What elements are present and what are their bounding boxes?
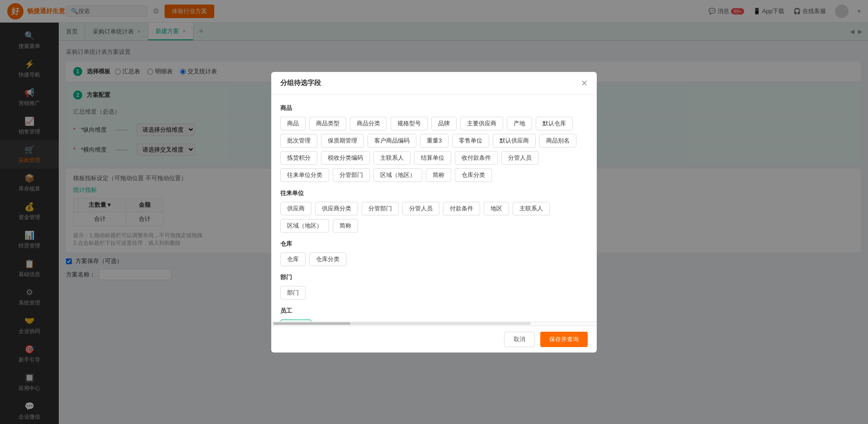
section-title-dept: 部门 [280, 273, 588, 281]
field-chip-manager[interactable]: 分管人员 [501, 151, 538, 165]
section-title-partner: 往来单位 [280, 189, 588, 197]
field-chip-warehouse-cat[interactable]: 仓库分类 [309, 252, 346, 266]
modal-scrollbar[interactable] [271, 321, 597, 325]
field-chip-default-warehouse[interactable]: 默认仓库 [536, 117, 573, 130]
field-chip-dept-mgmt2[interactable]: 分管部门 [362, 202, 399, 215]
confirm-button[interactable]: 保存并查询 [540, 332, 588, 347]
field-chip-payment-terms[interactable]: 收付款条件 [455, 151, 498, 165]
field-chip-goods-alias[interactable]: 商品别名 [539, 134, 576, 148]
field-chip-default-supplier[interactable]: 默认供应商 [493, 134, 536, 148]
field-chip-region2[interactable]: 区域（地区） [280, 219, 329, 233]
field-chip-weight[interactable]: 重量3 [420, 134, 448, 148]
section-title-warehouse: 仓库 [280, 240, 588, 248]
field-chip-spec-model[interactable]: 规格型号 [391, 117, 428, 130]
field-chip-short-name[interactable]: 简称 [426, 168, 451, 182]
modal-header: 分组待选字段 ✕ [271, 72, 597, 95]
field-chip-supplier-category[interactable]: 供应商分类 [315, 202, 358, 215]
field-chip-settlement-unit[interactable]: 结算单位 [414, 151, 451, 165]
cancel-button[interactable]: 取消 [504, 332, 535, 347]
modal-body: 商品 商品 商品类型 商品分类 规格型号 品牌 主要供应商 产地 默认仓库 批次… [271, 95, 597, 322]
page-content: 采购订单统计表方案设置 1 选择模板 汇总表 明细表 交叉统计表 2 [59, 41, 868, 424]
field-chip-warehouse-category[interactable]: 仓库分类 [455, 168, 492, 182]
field-chip-batch-mgmt[interactable]: 批次管理 [280, 134, 317, 148]
modal-overlay: 分组待选字段 ✕ 商品 商品 商品类型 商品分类 规格型号 品牌 主要供应商 [59, 41, 868, 424]
field-chip-partner-category[interactable]: 往来单位分类 [280, 168, 329, 182]
field-chip-warehouse[interactable]: 仓库 [280, 252, 306, 266]
modal-title: 分组待选字段 [280, 79, 321, 87]
field-chip-main-contact[interactable]: 主联系人 [373, 151, 410, 165]
field-chip-expiry-mgmt[interactable]: 保质期管理 [321, 134, 364, 148]
section-title-staff: 员工 [280, 307, 588, 315]
field-grid-dept: 部门 [280, 286, 588, 300]
field-chip-short-name2[interactable]: 简称 [333, 219, 358, 233]
field-chip-brand[interactable]: 品牌 [431, 117, 457, 130]
field-chip-tax-code[interactable]: 税收分类编码 [321, 151, 370, 165]
field-chip-manager2[interactable]: 分管人员 [402, 202, 439, 215]
field-grid-partner: 供应商 供应商分类 分管部门 分管人员 付款条件 地区 主联系人 区域（地区） … [280, 202, 588, 233]
field-chip-dept[interactable]: 部门 [280, 286, 306, 300]
field-select-modal: 分组待选字段 ✕ 商品 商品 商品类型 商品分类 规格型号 品牌 主要供应商 [271, 72, 597, 353]
modal-footer: 取消 保存并查询 [271, 326, 597, 353]
field-chip-goods[interactable]: 商品 [280, 117, 306, 130]
modal-close-button[interactable]: ✕ [581, 78, 588, 88]
field-chip-goods-type[interactable]: 商品类型 [309, 117, 346, 130]
field-chip-main-supplier[interactable]: 主要供应商 [460, 117, 503, 130]
field-chip-origin[interactable]: 产地 [507, 117, 532, 130]
field-chip-dept-mgmt[interactable]: 分管部门 [333, 168, 370, 182]
main-layout: 🔍 搜索菜单 ⚡ 快捷导航 📢 营销推广 📈 销售管理 🛒 采购管理 📦 库存核… [0, 23, 868, 424]
section-title-goods: 商品 [280, 104, 588, 112]
field-chip-pay-terms[interactable]: 付款条件 [443, 202, 480, 215]
field-grid-goods: 商品 商品类型 商品分类 规格型号 品牌 主要供应商 产地 默认仓库 批次管理 … [280, 117, 588, 182]
field-grid-warehouse: 仓库 仓库分类 [280, 252, 588, 266]
field-chip-region[interactable]: 区域（地区） [373, 168, 422, 182]
field-chip-retail-unit[interactable]: 零售单位 [452, 134, 489, 148]
field-chip-area[interactable]: 地区 [484, 202, 509, 215]
field-chip-main-contact2[interactable]: 主联系人 [513, 202, 550, 215]
main-content: 首页 采购订单统计表 × 新建方案 × + ◀ ▶ 采购订单统计表方案设置 [59, 23, 868, 424]
field-chip-supplier[interactable]: 供应商 [280, 202, 311, 215]
field-chip-pick-points[interactable]: 拣货积分 [280, 151, 317, 165]
field-chip-customer-code[interactable]: 客户商品编码 [368, 134, 416, 148]
field-chip-goods-category[interactable]: 商品分类 [350, 117, 387, 130]
